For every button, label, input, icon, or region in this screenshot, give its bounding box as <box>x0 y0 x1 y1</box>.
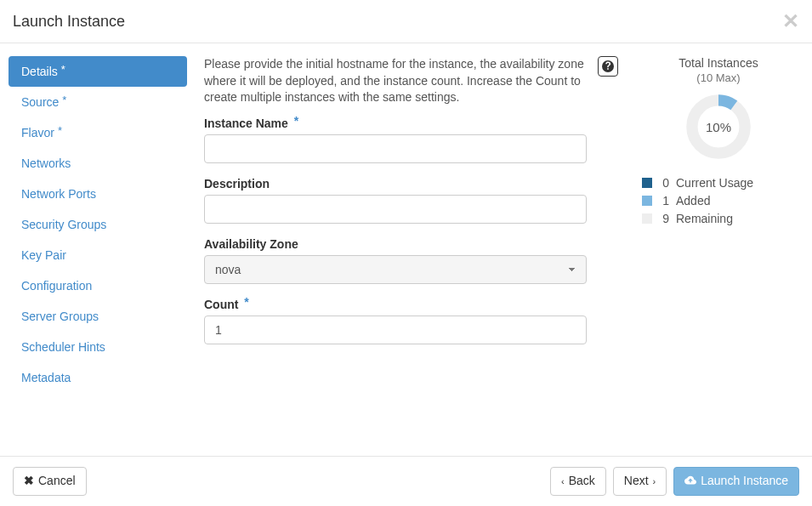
cloud-upload-icon <box>684 473 696 490</box>
modal-title: Launch Instance <box>13 13 125 31</box>
cancel-button[interactable]: ✖ Cancel <box>13 467 87 496</box>
sidebar-item-label: Security Groups <box>21 218 106 231</box>
quota-title: Total Instances <box>633 56 803 70</box>
sidebar-item-details[interactable]: Details * <box>9 56 187 87</box>
sidebar-item-label: Metadata <box>21 371 71 384</box>
required-star-icon: * <box>244 295 248 309</box>
sidebar-item-security-groups[interactable]: Security Groups <box>9 209 187 240</box>
quota-max: (10 Max) <box>633 71 803 84</box>
availability-zone-label: Availability Zone <box>204 237 618 251</box>
sidebar-item-label: Networks <box>21 156 71 170</box>
help-icon[interactable] <box>598 56 618 77</box>
modal-header: Launch Instance ✕ <box>0 0 812 43</box>
sidebar-item-server-groups[interactable]: Server Groups <box>9 301 187 332</box>
sidebar-item-label: Flavor <box>21 126 54 139</box>
wizard-sidebar: Details * Source * Flavor * Networks Net… <box>9 56 187 447</box>
swatch-added-icon <box>642 196 652 206</box>
sidebar-item-scheduler-hints[interactable]: Scheduler Hints <box>9 332 187 362</box>
sidebar-item-key-pair[interactable]: Key Pair <box>9 240 187 270</box>
legend-current-usage: 0 Current Usage <box>642 176 803 190</box>
required-star-icon: * <box>294 114 298 128</box>
x-icon: ✖ <box>24 473 34 490</box>
next-button[interactable]: Next › <box>613 467 667 496</box>
availability-zone-select[interactable]: nova <box>204 255 587 284</box>
sidebar-item-label: Details <box>21 65 58 78</box>
launch-instance-button[interactable]: Launch Instance <box>673 467 799 496</box>
intro-text: Please provide the initial hostname for … <box>204 56 589 106</box>
sidebar-item-flavor[interactable]: Flavor * <box>9 117 187 148</box>
legend-remaining: 9 Remaining <box>642 212 803 225</box>
sidebar-item-label: Scheduler Hints <box>21 340 105 354</box>
swatch-remaining-icon <box>642 213 652 224</box>
sidebar-item-networks[interactable]: Networks <box>9 148 187 179</box>
description-input[interactable] <box>204 195 587 224</box>
required-star-icon: * <box>58 124 62 137</box>
sidebar-item-configuration[interactable]: Configuration <box>9 270 187 301</box>
count-input[interactable] <box>204 316 587 344</box>
count-label: Count * <box>204 298 618 311</box>
sidebar-item-metadata[interactable]: Metadata <box>9 362 187 393</box>
chevron-right-icon: › <box>653 475 656 488</box>
quota-panel: Total Instances (10 Max) 10% 0 <box>633 56 803 447</box>
chevron-left-icon: ‹ <box>561 475 565 488</box>
description-label: Description <box>204 177 618 190</box>
sidebar-item-network-ports[interactable]: Network Ports <box>9 179 187 209</box>
modal-footer: ✖ Cancel ‹ Back Next › Launch Instance <box>0 456 812 506</box>
swatch-current-icon <box>642 178 652 188</box>
close-icon[interactable]: ✕ <box>782 11 799 31</box>
sidebar-item-label: Server Groups <box>21 310 99 323</box>
sidebar-item-label: Source <box>21 95 59 109</box>
quota-percent: 10% <box>684 93 752 161</box>
sidebar-item-label: Network Ports <box>21 187 96 201</box>
required-star-icon: * <box>62 94 66 106</box>
back-button[interactable]: ‹ Back <box>550 467 606 496</box>
quota-donut-chart: 10% <box>684 93 752 161</box>
legend-added: 1 Added <box>642 194 803 208</box>
sidebar-item-label: Key Pair <box>21 248 66 262</box>
required-star-icon: * <box>61 63 65 76</box>
instance-name-input[interactable] <box>204 134 587 163</box>
sidebar-item-label: Configuration <box>21 279 92 293</box>
sidebar-item-source[interactable]: Source * <box>9 87 187 117</box>
instance-name-label: Instance Name * <box>204 117 618 130</box>
